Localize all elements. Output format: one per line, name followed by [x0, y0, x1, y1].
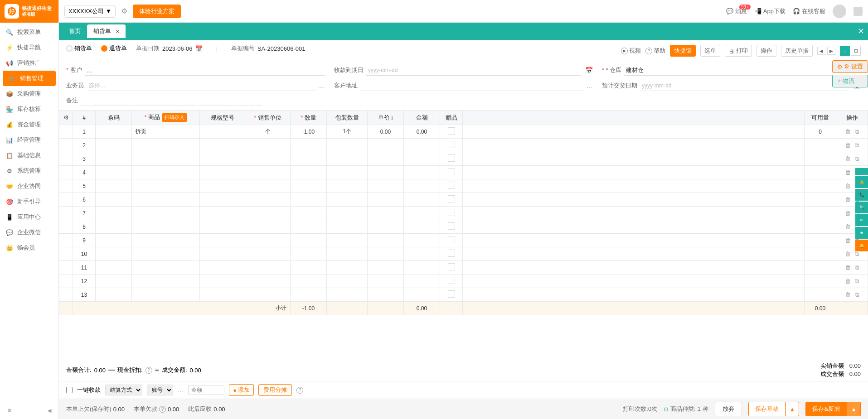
cell-gift[interactable] [440, 207, 463, 220]
trial-plan-button[interactable]: 体验行业方案 [133, 5, 181, 18]
cell-remark[interactable] [463, 207, 805, 220]
cell-barcode[interactable] [96, 288, 132, 302]
sidebar-item-basic[interactable]: 📋 基础信息 [0, 148, 58, 163]
gift-checkbox[interactable] [448, 127, 455, 135]
cell-gift[interactable] [440, 193, 463, 207]
cell-remark[interactable] [463, 152, 805, 166]
float-lock-btn[interactable]: 🔒 [855, 176, 868, 188]
gift-checkbox[interactable] [448, 168, 455, 175]
select-btn[interactable]: 选单 [700, 45, 720, 57]
delete-row-btn[interactable]: 🗑 [844, 128, 852, 135]
cell-unit[interactable] [245, 193, 291, 207]
gift-checkbox[interactable] [448, 222, 455, 230]
cell-pack-qty[interactable] [327, 139, 368, 152]
cell-quantity[interactable] [291, 247, 327, 261]
column-settings-icon[interactable]: ⚙ [63, 114, 69, 121]
delete-row-btn[interactable]: 🗑 [844, 182, 852, 190]
cell-spec[interactable] [200, 247, 245, 261]
copy-row-btn[interactable]: ⧉ [853, 277, 860, 285]
cell-quantity[interactable] [291, 139, 327, 152]
cell-spec[interactable] [200, 152, 245, 166]
save-draft-button[interactable]: 保存草稿 [748, 402, 786, 416]
cell-barcode[interactable] [96, 207, 132, 220]
settings-gear-icon[interactable]: ⚙ [121, 7, 127, 15]
cell-price[interactable] [368, 275, 404, 288]
cell-barcode[interactable] [96, 193, 132, 207]
cell-barcode[interactable] [96, 275, 132, 288]
cell-amount[interactable] [404, 288, 440, 302]
cell-unit[interactable] [245, 220, 291, 234]
gift-checkbox[interactable] [448, 263, 455, 270]
cell-price[interactable] [368, 220, 404, 234]
payment-amount-input[interactable] [188, 385, 224, 395]
cell-barcode[interactable] [96, 166, 132, 179]
cell-gift[interactable] [440, 139, 463, 152]
cell-price[interactable] [368, 193, 404, 207]
copy-row-btn[interactable]: ⧉ [853, 291, 860, 299]
cell-spec[interactable] [200, 288, 245, 302]
company-selector[interactable]: XXXXXX公司 ▼ [64, 5, 116, 18]
cell-price[interactable] [368, 261, 404, 275]
cell-unit[interactable] [245, 275, 291, 288]
cell-amount[interactable] [404, 220, 440, 234]
customer-address-input[interactable] [360, 80, 584, 91]
cell-spec[interactable] [200, 179, 245, 193]
cell-remark[interactable] [463, 288, 805, 302]
online-service-btn[interactable]: 🎧 在线客服 [793, 7, 825, 15]
save-draft-arrow-btn[interactable]: ▲ [786, 402, 800, 416]
delete-row-btn[interactable]: 🗑 [844, 141, 852, 149]
user-menu-icon[interactable] [853, 7, 863, 16]
close-all-tabs-icon[interactable]: ✕ [858, 27, 864, 36]
cell-quantity[interactable] [291, 288, 327, 302]
cell-pack-qty[interactable] [327, 275, 368, 288]
cell-amount[interactable] [404, 179, 440, 193]
cell-barcode[interactable] [96, 125, 132, 139]
discard-button[interactable]: 放弃 [715, 402, 742, 416]
fee-split-btn[interactable]: 费用分摊 [258, 384, 292, 396]
cell-gift[interactable] [440, 275, 463, 288]
return-order-radio[interactable]: 退货单 [101, 44, 127, 53]
payment-method-select[interactable]: 结算方式 [105, 385, 142, 395]
cell-barcode[interactable] [96, 220, 132, 234]
cell-product[interactable] [132, 261, 200, 275]
cell-barcode[interactable] [96, 234, 132, 247]
cell-pack-qty[interactable] [327, 193, 368, 207]
gift-checkbox[interactable] [448, 195, 455, 202]
print-btn[interactable]: 🖨 打印 [725, 45, 752, 57]
sidebar-item-operations[interactable]: 📊 经营管理 [0, 132, 58, 148]
sidebar-item-guide[interactable]: 🎯 新手引导 [0, 194, 58, 209]
cell-barcode[interactable] [96, 152, 132, 166]
save-new-arrow-btn[interactable]: ▲ [847, 402, 861, 416]
one-click-payment-checkbox[interactable] [66, 387, 73, 393]
cell-quantity[interactable] [291, 166, 327, 179]
cell-pack-qty[interactable] [327, 220, 368, 234]
delete-row-btn[interactable]: 🗑 [844, 264, 852, 271]
cell-unit[interactable]: 个 [245, 125, 291, 139]
price-info-icon[interactable]: ℹ [391, 115, 393, 120]
cell-remark[interactable] [463, 166, 805, 179]
cell-gift[interactable] [440, 288, 463, 302]
cell-product[interactable] [132, 193, 200, 207]
tab-home[interactable]: 首页 [63, 24, 87, 38]
scan-barcode-btn[interactable]: 扫码录入 [162, 113, 187, 122]
cell-unit[interactable] [245, 179, 291, 193]
delivery-date-input[interactable]: yyyy-mm-dd [640, 80, 849, 91]
cell-quantity[interactable] [291, 261, 327, 275]
cell-spec[interactable] [200, 275, 245, 288]
cell-spec[interactable] [200, 220, 245, 234]
sidebar-item-system[interactable]: ⚙ 系统管理 [0, 163, 58, 178]
message-btn[interactable]: 💬 消息 99+ [726, 7, 747, 15]
tab-close-icon[interactable]: ✕ [116, 29, 119, 34]
cell-gift[interactable] [440, 166, 463, 179]
delete-row-btn[interactable]: 🗑 [844, 250, 852, 258]
cell-pack-qty[interactable] [327, 247, 368, 261]
sidebar-settings-btn[interactable]: ⚙ [4, 406, 15, 415]
cell-price[interactable] [368, 166, 404, 179]
cell-amount[interactable] [404, 166, 440, 179]
float-phone-btn[interactable]: 📞 [855, 189, 868, 201]
app-download-btn[interactable]: 📲 App下载 [754, 7, 786, 15]
cell-gift[interactable] [440, 261, 463, 275]
cell-unit[interactable] [245, 261, 291, 275]
sidebar-item-quick-nav[interactable]: ⚡ 快捷导航 [0, 40, 58, 55]
cell-product[interactable] [132, 179, 200, 193]
